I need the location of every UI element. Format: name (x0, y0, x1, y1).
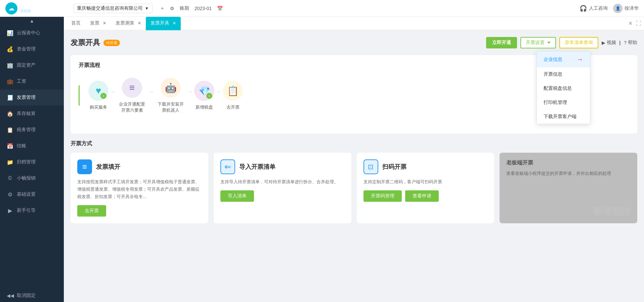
invoice-settings-button[interactable]: 开票设置 (520, 37, 556, 48)
methods-section: 开票方式 ≡ 发票填开 支持按照发票样式手工填开发票；可开具增值税电子普通发票、… (71, 140, 637, 223)
sidebar-scroll-up[interactable]: ▲ (0, 17, 64, 25)
sidebar-label-inventory: 库存核算 (17, 111, 36, 117)
sidebar-item-invoice-mgmt[interactable]: 🧾 发票管理 (0, 89, 64, 106)
tab-invoice-label: 发票 (90, 20, 99, 26)
question-icon: ? (624, 40, 627, 45)
go-invoice-button[interactable]: 去开票 (77, 205, 106, 217)
sidebar-item-payroll[interactable]: 💼 工资 (0, 73, 64, 89)
process-icon-go-invoice: 📋 (223, 81, 243, 101)
sidebar-item-inventory[interactable]: 🏠 库存核算 (0, 106, 64, 122)
sidebar-item-funds[interactable]: 💰 资金管理 (0, 41, 64, 57)
user-area[interactable]: 👤 徐泽华 (613, 4, 639, 13)
tab-invoice[interactable]: 发票 ✕ (85, 17, 111, 30)
sidebar-item-settings[interactable]: ⚙ 基础设置 (0, 186, 64, 202)
app-name: 畅捷通好会计 (20, 3, 48, 9)
settlement-icon: 📅 (7, 143, 13, 149)
logo-area: ☁ 畅捷通好会计 旗舰版 (5, 2, 69, 14)
process-icon-buy: ♥ + (88, 81, 109, 101)
methods-section-title: 开票方式 (71, 140, 637, 147)
import-list-button[interactable]: 导入清单 (220, 190, 254, 202)
activate-button[interactable]: 立即开通 (486, 37, 517, 48)
qr-manage-button[interactable]: 开票码管理 (363, 190, 402, 202)
process-step-go-invoice: 📋 去开票 (223, 81, 243, 110)
help-label: 帮助 (628, 40, 637, 46)
sidebar-item-tax[interactable]: 📋 税务管理 (0, 122, 64, 138)
company-name: 重庆畅捷交通信息咨询有限公司 (77, 5, 143, 11)
sidebar-label-settings: 基础设置 (17, 191, 36, 197)
tab-invoice-calc-close[interactable]: ✕ (138, 21, 141, 26)
support-area[interactable]: 🎧 人工咨询 (579, 5, 608, 12)
dropdown-item-download-client[interactable]: 下载开票客户端 (537, 110, 590, 124)
scan-invoice-desc: 支持定制开票二维码，客户端可扫码开票 (363, 178, 488, 186)
dropdown-item-company-info[interactable]: 企业信息 → (537, 51, 590, 67)
view-apply-button[interactable]: 查看申请 (405, 190, 439, 202)
settings-dropdown-arrow (547, 42, 551, 44)
tab-invoice-calc-label: 发票测算 (116, 20, 134, 26)
boss-invoice-title: 老板端开票 (506, 159, 631, 166)
xiaochang-icon: © (7, 175, 13, 182)
logo-icon: ☁ (5, 2, 17, 14)
window-controls: ✕ ⛶ (628, 20, 641, 27)
settings-button[interactable]: ⚙ (170, 6, 174, 11)
dropdown-item-invoice-info[interactable]: 开票信息 (537, 67, 590, 81)
method-import-header: ⇐ 导入开票清单 (220, 159, 345, 174)
method-card-boss: 老板端开票 查看老板端小程序提交的开票申请，并作出相应的处理 敬请期待 (500, 153, 637, 223)
printer-label: 打印机管理 (544, 100, 567, 105)
process-dots-3: ··· (188, 88, 191, 95)
sidebar-item-archive[interactable]: 📁 归档管理 (0, 154, 64, 170)
exception-list-button[interactable]: 异常清单查询 (559, 37, 598, 48)
logo-text-area: 畅捷通好会计 旗舰版 (20, 3, 48, 14)
sidebar-item-guide[interactable]: ▶ 新手引导 (0, 202, 64, 219)
tab-invoice-open-close[interactable]: ✕ (173, 21, 176, 26)
topbar-actions: ＋ ⚙ 账期 2023-01 📅 (160, 5, 223, 11)
process-label-taxdisk: 新增税盘 (196, 104, 213, 110)
sidebar-item-xiaochang[interactable]: © 小畅报销 (0, 170, 64, 186)
page-title: 发票开具 (71, 38, 100, 48)
plus-badge-buy: + (100, 93, 106, 99)
video-button[interactable]: ▶ 视频 (602, 40, 616, 46)
tab-invoice-calc[interactable]: 发票测算 ✕ (111, 17, 146, 30)
invoice-info-label: 开票信息 (544, 71, 562, 77)
process-dots-2: ··· (150, 88, 153, 95)
tab-home[interactable]: 首页 (67, 17, 85, 30)
payroll-icon: 💼 (7, 78, 13, 85)
sidebar-label-funds: 资金管理 (17, 46, 36, 52)
maximize-window-icon[interactable]: ⛶ (636, 21, 641, 27)
process-step-taxdisk: 💎 + 新增税盘 (194, 81, 214, 110)
app-edition: 旗舰版 (20, 8, 48, 13)
fill-invoice-desc: 支持按照发票样式手工填开发票；可开具增值税电子普通发票、增值税普通发票、增值税专… (77, 178, 202, 200)
method-fill-header: ≡ 发票填开 (77, 159, 202, 174)
method-card-fill: ≡ 发票填开 支持按照发票样式手工填开发票；可开具增值税电子普通发票、增值税普通… (71, 153, 208, 223)
support-label: 人工咨询 (589, 5, 608, 11)
help-button[interactable]: ? 帮助 (624, 40, 637, 46)
import-invoice-icon: ⇐ (220, 159, 235, 174)
company-selector[interactable]: 重庆畅捷交通信息咨询有限公司 ▼ (73, 4, 153, 13)
close-window-icon[interactable]: ✕ (628, 20, 633, 27)
process-step-config: ≡ 企业开通配置开票六要素 (117, 78, 147, 113)
process-dots-4: ··· (217, 88, 220, 95)
config-icon: ≡ (129, 82, 135, 93)
fill-invoice-title: 发票填开 (96, 163, 120, 171)
dropdown-item-tax-disk[interactable]: 配置税盘信息 (537, 81, 590, 96)
inventory-icon: 🏠 (7, 110, 13, 117)
process-icon-download: 🤖 (161, 78, 181, 98)
sidebar-item-reports[interactable]: 📊 云报表中心 (0, 25, 64, 41)
sidebar-label-assets: 固定资产 (17, 62, 36, 68)
process-vert-line-area (79, 85, 86, 106)
add-company-button[interactable]: ＋ (160, 5, 165, 11)
calendar-button[interactable]: 📅 (217, 6, 223, 11)
process-label-download: 下载并安装开票机器人 (156, 101, 186, 113)
waiting-text: 敬请期待 (593, 205, 631, 218)
topbar-right: 🎧 人工咨询 👤 徐泽华 (579, 4, 639, 13)
process-step-buy: ♥ + 购买服务 (88, 81, 109, 110)
sidebar-item-assets[interactable]: 🏢 固定资产 (0, 57, 64, 73)
tab-invoice-open[interactable]: 发票开具 ✕ (146, 17, 181, 30)
tab-home-label: 首页 (71, 20, 81, 26)
sidebar-item-settlement[interactable]: 📅 结账 (0, 138, 64, 154)
tab-invoice-close[interactable]: ✕ (103, 21, 106, 26)
video-label: 视频 (607, 40, 616, 46)
sidebar-cancel-pin[interactable]: ◀◀ 取消固定 (0, 289, 64, 302)
dropdown-item-printer[interactable]: 打印机管理 (537, 96, 590, 110)
method-scan-header: ⊡ 扫码开票 (363, 159, 488, 174)
download-client-label: 下载开票客户端 (544, 114, 576, 119)
